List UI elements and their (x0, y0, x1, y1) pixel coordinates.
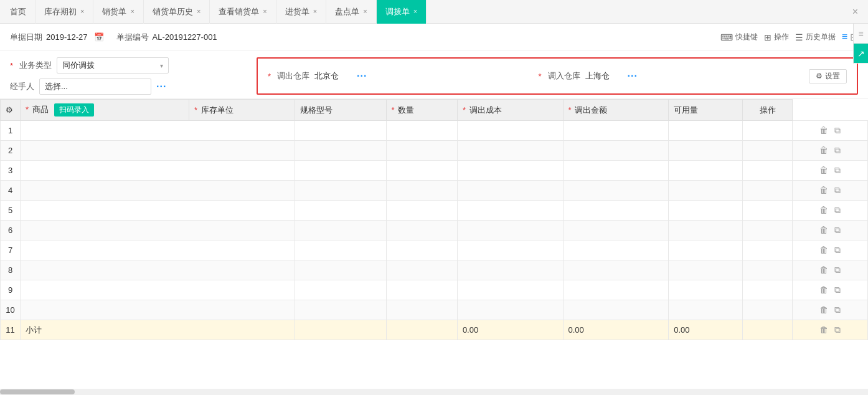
target-warehouse-more-btn[interactable]: ··· (628, 70, 638, 82)
tab-sales-order[interactable]: 销货单 × (93, 0, 143, 24)
delete-row-icon[interactable]: 🗑 (819, 165, 828, 175)
tab-transfer[interactable]: 调拨单 × (377, 0, 427, 24)
delete-row-icon[interactable]: 🗑 (819, 205, 828, 215)
spec-cell[interactable] (386, 221, 457, 240)
copy-row-icon[interactable]: ⧉ (834, 125, 841, 135)
copy-row-icon[interactable]: ⧉ (834, 245, 841, 255)
spec-cell[interactable] (386, 161, 457, 181)
amount-cell[interactable] (669, 300, 743, 320)
spec-cell[interactable] (386, 300, 457, 320)
qty-cell[interactable] (457, 221, 563, 240)
cost-cell[interactable] (563, 240, 669, 260)
tab-sales-history[interactable]: 销货单历史 × (144, 0, 210, 24)
product-cell[interactable] (21, 240, 295, 260)
cost-cell[interactable] (563, 201, 669, 221)
sidebar-list-icon[interactable]: ≡ (854, 24, 869, 44)
copy-row-icon[interactable]: ⧉ (834, 225, 841, 235)
spec-cell[interactable] (386, 121, 457, 141)
amount-cell[interactable] (669, 121, 743, 141)
amount-cell[interactable] (669, 280, 743, 300)
cost-cell[interactable] (563, 121, 669, 141)
qty-cell[interactable] (457, 300, 563, 320)
product-cell[interactable] (21, 221, 295, 240)
qty-cell[interactable] (457, 121, 563, 141)
unit-cell[interactable] (295, 201, 386, 221)
tab-close-purchase[interactable]: × (313, 8, 317, 15)
copy-row-icon[interactable]: ⧉ (834, 185, 841, 195)
copy-row-icon[interactable]: ⧉ (834, 145, 841, 155)
qty-cell[interactable] (457, 201, 563, 221)
amount-cell[interactable] (669, 221, 743, 240)
product-cell[interactable] (21, 201, 295, 221)
delete-row-icon[interactable]: 🗑 (819, 305, 828, 315)
table-settings-icon[interactable]: ⚙ (6, 105, 13, 115)
available-cell[interactable] (743, 300, 793, 320)
available-cell[interactable] (743, 121, 793, 141)
qty-cell[interactable] (457, 141, 563, 161)
cost-cell[interactable] (563, 300, 669, 320)
tab-home[interactable]: 首页 (5, 0, 35, 24)
delete-row-icon[interactable]: 🗑 (819, 145, 828, 155)
unit-cell[interactable] (295, 161, 386, 181)
product-cell[interactable] (21, 141, 295, 161)
cost-cell[interactable] (563, 181, 669, 201)
copy-row-icon[interactable]: ⧉ (834, 285, 841, 295)
tab-inventory-check[interactable]: 盘点单 × (326, 0, 376, 24)
horizontal-scrollbar[interactable] (0, 389, 868, 395)
scrollbar-thumb[interactable] (0, 389, 75, 394)
tab-close-inventory-check[interactable]: × (363, 8, 367, 15)
shortcut-btn[interactable]: ⌨ 快捷键 (720, 32, 758, 42)
copy-subtotal-icon[interactable]: ⧉ (834, 325, 841, 335)
amount-cell[interactable] (669, 141, 743, 161)
source-warehouse-more-btn[interactable]: ··· (357, 70, 367, 82)
unit-cell[interactable] (295, 141, 386, 161)
copy-row-icon[interactable]: ⧉ (834, 165, 841, 175)
amount-cell[interactable] (669, 240, 743, 260)
product-cell[interactable] (21, 121, 295, 141)
available-cell[interactable] (743, 201, 793, 221)
spec-cell[interactable] (386, 240, 457, 260)
calendar-icon[interactable]: 📅 (94, 32, 104, 42)
spec-cell[interactable] (386, 141, 457, 161)
settings-button[interactable]: ⚙ 设置 (809, 69, 847, 83)
business-type-select[interactable]: 同价调拨 ▾ (57, 57, 169, 74)
cost-cell[interactable] (563, 221, 669, 240)
col-header-gear[interactable]: ⚙ (1, 100, 21, 121)
tab-close-inventory-init[interactable]: × (80, 8, 84, 15)
delete-subtotal-icon[interactable]: 🗑 (819, 325, 828, 335)
amount-cell[interactable] (669, 161, 743, 181)
operations-btn[interactable]: ⊞ 操作 (764, 32, 789, 42)
unit-cell[interactable] (295, 280, 386, 300)
qty-cell[interactable] (457, 181, 563, 201)
product-cell[interactable] (21, 181, 295, 201)
unit-cell[interactable] (295, 260, 386, 280)
delete-row-icon[interactable]: 🗑 (819, 285, 828, 295)
unit-cell[interactable] (295, 181, 386, 201)
product-cell[interactable] (21, 280, 295, 300)
available-cell[interactable] (743, 240, 793, 260)
available-cell[interactable] (743, 181, 793, 201)
available-cell[interactable] (743, 260, 793, 280)
amount-cell[interactable] (669, 260, 743, 280)
copy-row-icon[interactable]: ⧉ (834, 265, 841, 275)
delete-row-icon[interactable]: 🗑 (819, 185, 828, 195)
qty-cell[interactable] (457, 280, 563, 300)
unit-cell[interactable] (295, 240, 386, 260)
available-cell[interactable] (743, 141, 793, 161)
delete-row-icon[interactable]: 🗑 (819, 225, 828, 235)
qty-cell[interactable] (457, 260, 563, 280)
amount-cell[interactable] (669, 181, 743, 201)
available-cell[interactable] (743, 221, 793, 240)
close-all-tabs[interactable]: × (847, 4, 863, 20)
unit-cell[interactable] (295, 121, 386, 141)
tab-purchase[interactable]: 进货单 × (276, 0, 326, 24)
copy-row-icon[interactable]: ⧉ (834, 205, 841, 215)
cost-cell[interactable] (563, 260, 669, 280)
tab-inventory-init[interactable]: 库存期初 × (35, 0, 93, 24)
qty-cell[interactable] (457, 161, 563, 181)
spec-cell[interactable] (386, 260, 457, 280)
sidebar-export-icon[interactable]: ↗ (854, 44, 869, 64)
cost-cell[interactable] (563, 280, 669, 300)
delete-row-icon[interactable]: 🗑 (819, 125, 828, 135)
spec-cell[interactable] (386, 201, 457, 221)
